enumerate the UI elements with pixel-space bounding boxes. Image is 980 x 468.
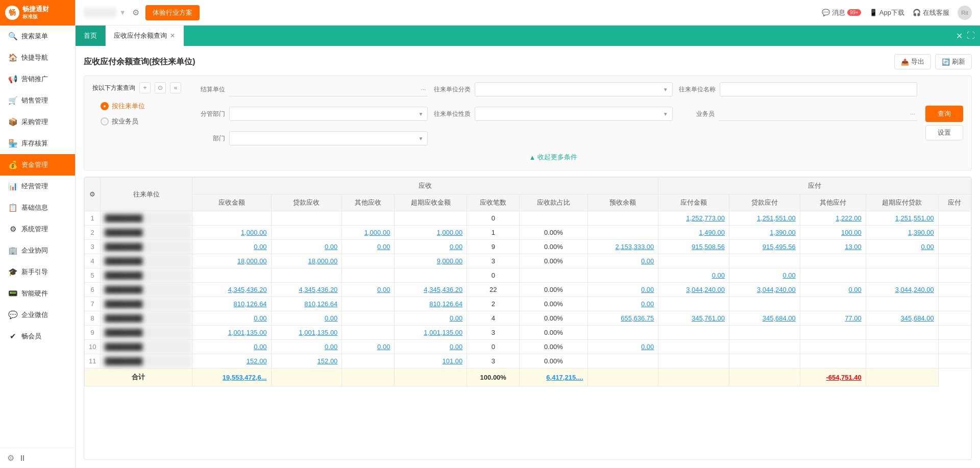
data-cell[interactable]: 1,000.00 <box>342 226 395 240</box>
data-cell[interactable] <box>729 297 800 311</box>
data-cell[interactable] <box>866 354 938 368</box>
data-cell[interactable] <box>342 311 395 326</box>
data-cell[interactable]: 1,001,135.00 <box>395 326 467 340</box>
category-select[interactable]: ▼ <box>475 82 672 96</box>
data-cell[interactable] <box>658 254 729 268</box>
data-cell[interactable] <box>192 211 271 226</box>
app-action[interactable]: 📱 App下载 <box>869 8 904 17</box>
data-cell[interactable] <box>938 211 971 226</box>
data-cell[interactable] <box>866 326 938 340</box>
data-cell[interactable] <box>658 340 729 354</box>
data-cell[interactable]: 1,252,773.00 <box>658 211 729 226</box>
subdept-select[interactable]: ▼ <box>229 131 428 145</box>
data-cell[interactable]: 9,000.00 <box>395 254 467 268</box>
data-cell[interactable] <box>271 268 342 283</box>
data-cell[interactable]: 0.00 <box>271 240 342 254</box>
filter-by-salesman[interactable]: ○ 按业务员 <box>96 115 181 128</box>
data-cell[interactable]: 0.00 <box>729 268 800 283</box>
data-cell[interactable] <box>342 211 395 226</box>
data-cell[interactable] <box>587 326 658 340</box>
promo-button[interactable]: 体验行业方案 <box>145 5 200 20</box>
data-cell[interactable] <box>866 268 938 283</box>
footer-ap-total[interactable]: -654,751.40 <box>800 368 866 386</box>
data-cell[interactable] <box>800 254 866 268</box>
data-cell[interactable]: 0.00 <box>658 268 729 283</box>
sidebar-item-marketing[interactable]: 📢 营销推广 <box>0 68 75 90</box>
data-cell[interactable] <box>938 311 971 326</box>
data-cell[interactable] <box>658 326 729 340</box>
data-cell[interactable]: 1,222.00 <box>800 211 866 226</box>
export-button[interactable]: 📤 导出 <box>894 54 931 69</box>
data-cell[interactable]: 1,390.00 <box>866 226 938 240</box>
data-cell[interactable]: 2,153,333.00 <box>587 240 658 254</box>
data-cell[interactable]: 13.00 <box>800 240 866 254</box>
filter-collapse-btn[interactable]: ▲ 收起更多条件 <box>189 151 917 164</box>
data-cell[interactable]: 3,044,240.00 <box>866 283 938 297</box>
topbar-gear-icon[interactable]: ⚙ <box>132 8 139 17</box>
data-cell[interactable]: 18,000.00 <box>192 254 271 268</box>
setting-button[interactable]: 设置 <box>925 125 963 140</box>
data-cell[interactable] <box>342 268 395 283</box>
data-cell[interactable]: 152.00 <box>192 354 271 368</box>
data-cell[interactable]: 1,000.00 <box>192 226 271 240</box>
data-cell[interactable]: 0.00 <box>342 283 395 297</box>
data-cell[interactable]: 0.00 <box>395 240 467 254</box>
sidebar-item-sales[interactable]: 🛒 销售管理 <box>0 90 75 111</box>
data-cell[interactable] <box>342 326 395 340</box>
table-setting-icon[interactable]: ⚙ <box>89 190 95 198</box>
sidebar-item-member[interactable]: ✔ 畅会员 <box>0 326 75 347</box>
sidebar-settings-icon[interactable]: ⚙ <box>7 453 14 463</box>
sidebar-item-basic[interactable]: 📋 基础信息 <box>0 197 75 218</box>
data-cell[interactable]: 915,495.56 <box>729 240 800 254</box>
data-cell[interactable] <box>395 211 467 226</box>
tab-home[interactable]: 首页 <box>76 26 106 46</box>
data-cell[interactable] <box>587 226 658 240</box>
data-cell[interactable] <box>938 326 971 340</box>
data-cell[interactable] <box>658 354 729 368</box>
name-input[interactable] <box>720 82 917 96</box>
sidebar-item-inventory[interactable]: 🏪 库存核算 <box>0 133 75 154</box>
sidebar-item-search-menu[interactable]: 🔍 搜索菜单 <box>0 26 75 47</box>
filter-config-button[interactable]: ⊙ <box>155 82 166 93</box>
data-cell[interactable]: 1,251,551.00 <box>866 211 938 226</box>
data-cell[interactable] <box>271 226 342 240</box>
data-cell[interactable]: 1,001,135.00 <box>192 326 271 340</box>
tab-maximize-icon[interactable]: ⛶ <box>967 31 975 40</box>
sidebar-item-guide[interactable]: 🎓 新手引导 <box>0 261 75 283</box>
query-button[interactable]: 查询 <box>925 106 963 122</box>
data-cell[interactable]: 810,126.64 <box>395 297 467 311</box>
data-cell[interactable]: 1,390.00 <box>729 226 800 240</box>
data-cell[interactable]: 77.00 <box>800 311 866 326</box>
sidebar-item-hardware[interactable]: 📟 智能硬件 <box>0 283 75 304</box>
nature-select[interactable]: ▼ <box>475 107 672 121</box>
data-cell[interactable]: 152.00 <box>271 354 342 368</box>
data-cell[interactable] <box>938 240 971 254</box>
sidebar-item-system[interactable]: ⚙ 系统管理 <box>0 218 75 240</box>
data-cell[interactable] <box>658 297 729 311</box>
data-cell[interactable] <box>192 268 271 283</box>
data-cell[interactable]: 0.00 <box>800 283 866 297</box>
data-cell[interactable] <box>800 354 866 368</box>
data-cell[interactable] <box>587 354 658 368</box>
sidebar-item-purchase[interactable]: 📦 采购管理 <box>0 111 75 133</box>
data-cell[interactable]: 0.00 <box>587 297 658 311</box>
data-cell[interactable]: 0.00 <box>587 340 658 354</box>
data-cell[interactable]: 4,345,436.20 <box>395 283 467 297</box>
data-cell[interactable]: 0.00 <box>342 340 395 354</box>
tab-close-window-icon[interactable]: ✕ <box>956 31 963 41</box>
data-cell[interactable]: 0.00 <box>866 240 938 254</box>
sidebar-collapse-icon[interactable]: ⏸ <box>18 454 27 463</box>
data-cell[interactable]: 0.00 <box>395 340 467 354</box>
data-cell[interactable]: 345,761.00 <box>658 311 729 326</box>
sidebar-item-collab[interactable]: 🏢 企业协同 <box>0 240 75 261</box>
footer-ar-prepay[interactable]: 6,417,215.... <box>520 368 587 386</box>
sidebar-item-quick-nav[interactable]: 🏠 快捷导航 <box>0 47 75 68</box>
filter-collapse-button[interactable]: « <box>170 82 181 93</box>
filter-by-partner[interactable]: ● 按往来单位 <box>96 100 181 113</box>
data-cell[interactable]: 100.00 <box>800 226 866 240</box>
data-cell[interactable] <box>342 297 395 311</box>
data-cell[interactable]: 655,636.75 <box>587 311 658 326</box>
data-cell[interactable] <box>800 268 866 283</box>
data-cell[interactable] <box>938 354 971 368</box>
data-cell[interactable] <box>729 354 800 368</box>
